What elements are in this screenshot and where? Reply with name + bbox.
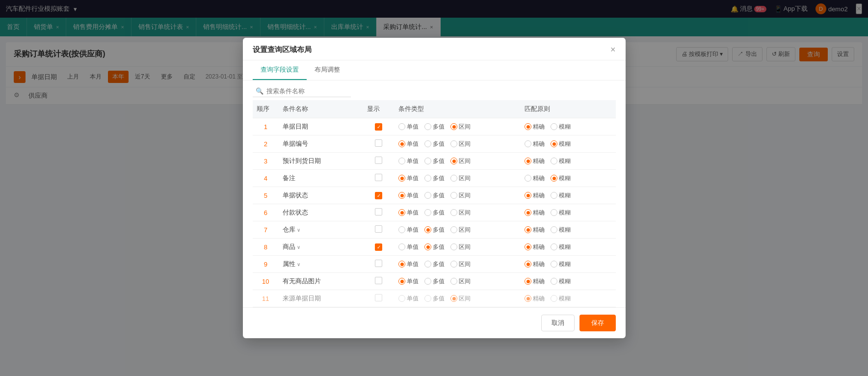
radio-item[interactable]: 模糊	[551, 191, 571, 200]
radio-button[interactable]	[525, 175, 531, 182]
radio-item[interactable]: 区间	[450, 140, 471, 148]
display-checkbox[interactable]	[375, 208, 382, 215]
radio-item[interactable]: 精确	[525, 123, 545, 131]
radio-button[interactable]	[525, 243, 531, 250]
radio-item[interactable]: 单值	[398, 243, 419, 251]
radio-button[interactable]	[450, 226, 457, 233]
radio-button[interactable]	[398, 295, 405, 302]
search-input[interactable]	[266, 87, 340, 95]
radio-item[interactable]: 多值	[424, 123, 445, 131]
radio-item[interactable]: 模糊	[551, 226, 571, 234]
radio-button[interactable]	[450, 243, 457, 250]
radio-button[interactable]	[398, 261, 405, 268]
radio-button[interactable]	[551, 175, 557, 182]
cancel-button[interactable]: 取消	[541, 315, 575, 331]
display-checkbox[interactable]	[375, 294, 382, 301]
radio-item[interactable]: 模糊	[551, 243, 571, 251]
radio-button[interactable]	[424, 209, 431, 216]
radio-item[interactable]: 单值	[398, 174, 419, 183]
radio-item[interactable]: 多值	[424, 140, 445, 148]
radio-item[interactable]: 多值	[424, 209, 445, 217]
radio-button[interactable]	[525, 192, 531, 199]
radio-button[interactable]	[424, 123, 431, 130]
radio-item[interactable]: 单值	[398, 226, 419, 234]
radio-item[interactable]: 精确	[525, 191, 545, 200]
radio-button[interactable]	[450, 140, 457, 147]
radio-item[interactable]: 区间	[450, 191, 471, 200]
radio-button[interactable]	[525, 261, 531, 268]
radio-button[interactable]	[424, 278, 431, 285]
display-checkbox[interactable]	[375, 260, 382, 267]
radio-button[interactable]	[551, 243, 557, 250]
radio-button[interactable]	[450, 192, 457, 199]
radio-item[interactable]: 多值	[424, 277, 445, 286]
radio-item[interactable]: 精确	[525, 209, 545, 217]
radio-item[interactable]: 精确	[525, 157, 545, 165]
radio-item[interactable]: 区间	[450, 277, 471, 286]
display-checkbox[interactable]: ✓	[375, 123, 382, 131]
radio-item[interactable]: 区间	[450, 243, 471, 251]
radio-button[interactable]	[551, 140, 557, 147]
radio-button[interactable]	[450, 295, 457, 302]
radio-item[interactable]: 单值	[398, 140, 419, 148]
radio-button[interactable]	[551, 295, 557, 302]
radio-item[interactable]: 模糊	[551, 295, 571, 303]
radio-button[interactable]	[424, 192, 431, 199]
save-button[interactable]: 保存	[579, 315, 616, 331]
radio-button[interactable]	[424, 295, 431, 302]
radio-button[interactable]	[450, 158, 457, 164]
radio-item[interactable]: 精确	[525, 140, 545, 148]
radio-item[interactable]: 模糊	[551, 277, 571, 286]
radio-button[interactable]	[525, 209, 531, 216]
radio-item[interactable]: 多值	[424, 243, 445, 251]
radio-button[interactable]	[450, 278, 457, 285]
radio-button[interactable]	[551, 209, 557, 216]
radio-button[interactable]	[450, 261, 457, 268]
radio-item[interactable]: 精确	[525, 295, 545, 303]
radio-button[interactable]	[398, 243, 405, 250]
radio-item[interactable]: 多值	[424, 260, 445, 269]
radio-button[interactable]	[398, 226, 405, 233]
radio-button[interactable]	[424, 158, 431, 164]
radio-button[interactable]	[551, 192, 557, 199]
radio-item[interactable]: 精确	[525, 260, 545, 269]
radio-button[interactable]	[551, 261, 557, 268]
radio-item[interactable]: 模糊	[551, 174, 571, 183]
radio-button[interactable]	[398, 158, 405, 164]
radio-item[interactable]: 多值	[424, 157, 445, 165]
radio-button[interactable]	[398, 192, 405, 199]
radio-item[interactable]: 模糊	[551, 157, 571, 165]
radio-button[interactable]	[551, 226, 557, 233]
radio-item[interactable]: 单值	[398, 209, 419, 217]
radio-button[interactable]	[424, 243, 431, 250]
radio-button[interactable]	[525, 278, 531, 285]
radio-button[interactable]	[398, 140, 405, 147]
radio-item[interactable]: 区间	[450, 123, 471, 131]
radio-item[interactable]: 多值	[424, 174, 445, 183]
radio-item[interactable]: 模糊	[551, 260, 571, 269]
radio-item[interactable]: 单值	[398, 191, 419, 200]
radio-item[interactable]: 区间	[450, 157, 471, 165]
radio-item[interactable]: 单值	[398, 295, 419, 303]
dialog-tab-query-fields[interactable]: 查询字段设置	[253, 60, 307, 80]
radio-button[interactable]	[551, 123, 557, 130]
radio-button[interactable]	[525, 140, 531, 147]
dialog-close-button[interactable]: ×	[610, 45, 616, 55]
radio-item[interactable]: 单值	[398, 123, 419, 131]
radio-button[interactable]	[398, 278, 405, 285]
radio-item[interactable]: 区间	[450, 209, 471, 217]
radio-item[interactable]: 多值	[424, 226, 445, 234]
display-checkbox[interactable]	[375, 174, 382, 181]
radio-item[interactable]: 模糊	[551, 123, 571, 131]
radio-item[interactable]: 模糊	[551, 209, 571, 217]
radio-button[interactable]	[450, 209, 457, 216]
radio-item[interactable]: 精确	[525, 174, 545, 183]
radio-item[interactable]: 多值	[424, 191, 445, 200]
dialog-tab-layout-adjust[interactable]: 布局调整	[307, 60, 348, 80]
radio-button[interactable]	[525, 123, 531, 130]
display-checkbox[interactable]	[375, 277, 382, 284]
radio-item[interactable]: 区间	[450, 226, 471, 234]
radio-button[interactable]	[424, 226, 431, 233]
radio-button[interactable]	[398, 175, 405, 182]
radio-button[interactable]	[450, 123, 457, 130]
